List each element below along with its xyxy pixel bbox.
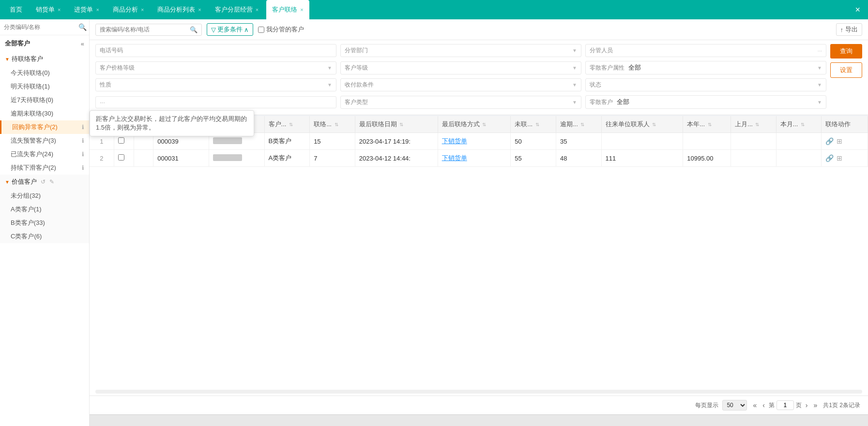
row1-method-link[interactable]: 下销货单 bbox=[442, 137, 467, 145]
payment-field[interactable]: 收付款条件 ▼ bbox=[340, 78, 581, 91]
row1-link-icon[interactable]: 🔗 bbox=[825, 137, 834, 145]
row2-checkbox[interactable] bbox=[118, 154, 124, 161]
value-customer-label: 价值客户 bbox=[12, 177, 37, 186]
repurchase-abnormal-label: 回购异常客户(2) bbox=[12, 123, 58, 132]
sidebar-ungrouped[interactable]: 未分组(32) bbox=[0, 189, 89, 203]
col-overdue-sort[interactable]: ⇅ bbox=[580, 122, 584, 127]
lost-warning-label: 流失预警客户(3) bbox=[11, 136, 56, 145]
col-date-sort[interactable]: ⇅ bbox=[399, 122, 403, 127]
nav-analysis-list-label: 商品分析列表 bbox=[157, 5, 195, 14]
nav-sales-close[interactable]: × bbox=[58, 7, 61, 13]
my-customer-checkbox[interactable] bbox=[258, 27, 264, 33]
col-method-sort[interactable]: ⇅ bbox=[482, 122, 486, 127]
phone-label: 电话号码 bbox=[100, 46, 129, 55]
row2-method-link[interactable]: 下销货单 bbox=[442, 154, 467, 162]
query-button[interactable]: 查询 bbox=[830, 44, 862, 59]
col-nc-sort[interactable]: ⇅ bbox=[535, 122, 539, 127]
retail-attr-field[interactable]: 零散客户属性 全部 ▼ bbox=[585, 61, 826, 74]
col-contact-sort[interactable]: ⇅ bbox=[335, 122, 338, 127]
row2-type: A类客户 bbox=[264, 150, 310, 167]
sidebar-c-class[interactable]: C类客户(6) bbox=[0, 230, 89, 243]
nav-sales[interactable]: 销货单 × bbox=[30, 0, 66, 19]
h-scrollbar[interactable] bbox=[95, 390, 862, 394]
col-type-sort[interactable]: ⇅ bbox=[289, 122, 293, 127]
col-lm-sort[interactable]: ⇅ bbox=[755, 122, 759, 127]
sidebar-search-icon[interactable]: 🔍 bbox=[78, 23, 87, 31]
nav-analysis-list[interactable]: 商品分析列表 × bbox=[152, 0, 207, 19]
col-last-month: 上月... ⇅ bbox=[731, 116, 777, 133]
customer-type-caret: ▼ bbox=[572, 100, 577, 105]
row1-checkbox[interactable] bbox=[118, 137, 124, 144]
advanced-filters: 电话号码 分管部门 ▼ 分管人员 ··· bbox=[90, 40, 868, 115]
status-field[interactable]: 状态 ▼ bbox=[585, 78, 826, 91]
customer-type-field[interactable]: 客户类型 ▼ bbox=[340, 96, 581, 109]
retail-customer-field[interactable]: 零散客户 全部 ▼ bbox=[585, 95, 826, 109]
gender-field[interactable]: 性质 ▼ bbox=[95, 78, 336, 91]
per-page-select[interactable]: 50 20 100 bbox=[722, 400, 747, 411]
more-conditions-btn[interactable]: ▽ 更多条件 ∧ bbox=[207, 23, 253, 36]
total-records-label: 共1页 2条记录 bbox=[823, 401, 860, 410]
row2-last-method[interactable]: 下销货单 bbox=[438, 150, 511, 167]
next-page-btn[interactable]: › bbox=[804, 401, 810, 409]
row1-this-year bbox=[683, 133, 731, 150]
nav-purchase-close[interactable]: × bbox=[96, 7, 99, 13]
manager-field[interactable]: 分管人员 ··· bbox=[585, 44, 826, 57]
sidebar-lost-warning[interactable]: 流失预警客户(3) ℹ bbox=[0, 134, 89, 147]
main-search-wrap: 🔍 bbox=[95, 24, 202, 36]
row1-last-method[interactable]: 下销货单 bbox=[438, 133, 511, 150]
prev-page-btn[interactable]: ‹ bbox=[761, 401, 767, 409]
row1-name-blur bbox=[213, 137, 242, 144]
price-level-field[interactable]: 客户价格等级 ▼ bbox=[95, 61, 336, 74]
nav-analysis-list-close[interactable]: × bbox=[198, 7, 201, 13]
first-page-btn[interactable]: « bbox=[751, 401, 759, 409]
sidebar-week-waiting[interactable]: 近7天待联络(0) bbox=[0, 93, 89, 107]
settings-button[interactable]: 设置 bbox=[830, 62, 862, 78]
last-page-btn[interactable]: » bbox=[812, 401, 820, 409]
sidebar-b-class[interactable]: B类客户(33) bbox=[0, 216, 89, 230]
window-close-btn[interactable]: × bbox=[851, 5, 864, 15]
col-uc-sort[interactable]: ⇅ bbox=[652, 122, 656, 127]
sidebar-collapse-icon[interactable]: « bbox=[81, 40, 84, 47]
main-search-input[interactable] bbox=[100, 26, 188, 33]
more-filter-ellipsis: ··· bbox=[100, 99, 105, 106]
sidebar-continuous-decline[interactable]: 持续下滑客户(2) ℹ bbox=[0, 161, 89, 175]
edit-icon[interactable]: ✎ bbox=[49, 178, 54, 185]
nav-customer-contact[interactable]: 客户联络 × bbox=[266, 0, 309, 19]
page-input[interactable] bbox=[777, 400, 794, 410]
row2-grid-icon[interactable]: ⊞ bbox=[837, 154, 842, 162]
filter-row-1: 电话号码 分管部门 ▼ 分管人员 ··· bbox=[95, 44, 826, 57]
nav-analysis-close[interactable]: × bbox=[141, 7, 144, 13]
col-ty-sort[interactable]: ⇅ bbox=[708, 122, 712, 127]
sidebar-a-class[interactable]: A类客户(1) bbox=[0, 203, 89, 216]
ungrouped-label: 未分组(32) bbox=[11, 191, 41, 200]
nav-customer-contact-close[interactable]: × bbox=[300, 7, 303, 13]
nav-analysis[interactable]: 商品分析 × bbox=[107, 0, 150, 19]
reset-icon[interactable]: ↺ bbox=[41, 178, 46, 185]
sidebar-waiting-group[interactable]: ▼ 待联络客户 bbox=[0, 52, 89, 66]
per-page-label: 每页显示 bbox=[695, 401, 718, 410]
row2-action-icons: 🔗 ⊞ bbox=[825, 154, 864, 162]
main-search-icon[interactable]: 🔍 bbox=[190, 26, 198, 33]
sidebar-already-lost[interactable]: 已流失客户(24) ℹ bbox=[0, 147, 89, 161]
col-tm-sort[interactable]: ⇅ bbox=[801, 122, 805, 127]
row2-link-icon[interactable]: 🔗 bbox=[825, 154, 834, 162]
nav-customer-layer[interactable]: 客户分层经营 × bbox=[209, 0, 264, 19]
sidebar-overdue-waiting[interactable]: 逾期未联络(30) bbox=[0, 107, 89, 120]
waiting-group-arrow: ▼ bbox=[5, 57, 10, 62]
sidebar-value-header[interactable]: ▼ 价值客户 ↺ ✎ bbox=[0, 175, 89, 189]
sidebar-repurchase-abnormal[interactable]: 回购异常客户(2) ℹ bbox=[0, 120, 89, 134]
sidebar-tomorrow-waiting[interactable]: 明天待联络(1) bbox=[0, 80, 89, 93]
dept-field[interactable]: 分管部门 ▼ bbox=[340, 44, 581, 57]
row1-grid-icon[interactable]: ⊞ bbox=[837, 137, 842, 145]
nav-sales-label: 销货单 bbox=[36, 5, 55, 14]
sidebar-all-customers[interactable]: 全部客户 « bbox=[0, 35, 89, 52]
status-label: 状态 bbox=[590, 81, 601, 89]
sidebar-today-waiting[interactable]: 今天待联络(0) bbox=[0, 66, 89, 80]
nav-customer-layer-close[interactable]: × bbox=[256, 7, 259, 13]
phone-input[interactable] bbox=[129, 47, 332, 54]
sidebar-search-input[interactable] bbox=[4, 24, 76, 30]
nav-home[interactable]: 首页 bbox=[4, 0, 28, 19]
nav-purchase[interactable]: 进货单 × bbox=[68, 0, 105, 19]
customer-level-field[interactable]: 客户等级 ▼ bbox=[340, 61, 581, 74]
export-btn[interactable]: ↑ 导出 bbox=[836, 23, 863, 36]
